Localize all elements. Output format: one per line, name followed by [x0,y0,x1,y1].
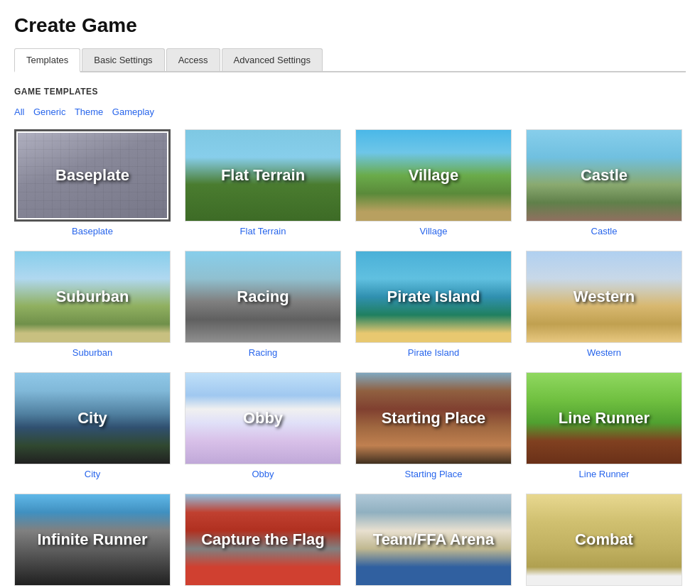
template-label-flat-terrain: Flat Terrain [221,166,305,185]
section-title: GAME TEMPLATES [14,87,686,97]
template-label-combat: Combat [575,530,633,549]
template-name-village: Village [420,226,448,236]
template-name-castle: Castle [591,226,618,236]
tabs-container: Templates Basic Settings Access Advanced… [14,48,686,72]
template-item-suburban[interactable]: SuburbanSuburban [14,251,171,358]
template-name-obby: Obby [252,469,274,479]
template-item-baseplate[interactable]: BaseplateBaseplate [14,129,171,236]
template-item-village[interactable]: VillageVillage [355,129,512,236]
template-item-infinite-runner[interactable]: Infinite RunnerInfinite Runner [14,494,171,588]
template-label-capture-flag: Capture the Flag [201,530,325,549]
template-item-castle[interactable]: CastleCastle [526,129,682,236]
template-label-pirate-island: Pirate Island [387,288,480,306]
template-item-western[interactable]: WesternWestern [526,251,682,358]
template-label-city: City [77,409,107,428]
template-label-baseplate: Baseplate [55,166,129,185]
template-label-western: Western [574,288,635,306]
template-item-line-runner[interactable]: Line RunnerLine Runner [526,372,682,479]
template-label-team-arena: Team/FFA Arena [373,530,494,549]
filter-all[interactable]: All [14,107,24,117]
template-name-flat-terrain: Flat Terrain [240,226,286,236]
template-item-capture-flag[interactable]: Capture the FlagCapture The Flag [185,494,341,588]
filter-links: All Generic Theme Gameplay [14,105,686,118]
template-name-suburban: Suburban [72,347,112,358]
tab-basic-settings[interactable]: Basic Settings [82,48,164,71]
template-label-line-runner: Line Runner [559,409,650,428]
template-label-starting-place: Starting Place [382,409,486,428]
template-name-pirate-island: Pirate Island [408,347,459,358]
template-label-castle: Castle [581,166,628,185]
template-name-western: Western [587,347,621,358]
page-title: Create Game [14,14,686,37]
template-label-racing: Racing [237,288,289,306]
tab-advanced-settings[interactable]: Advanced Settings [222,48,323,71]
templates-grid: BaseplateBaseplateFlat TerrainFlat Terra… [14,129,686,588]
template-item-team-arena[interactable]: Team/FFA ArenaTeam/FFA Arena [355,494,512,588]
template-item-racing[interactable]: RacingRacing [185,251,341,358]
template-label-infinite-runner: Infinite Runner [37,530,147,549]
template-label-obby: Obby [243,409,283,428]
filter-gameplay[interactable]: Gameplay [112,107,154,117]
template-item-combat[interactable]: CombatCombat [526,494,682,588]
template-name-line-runner: Line Runner [579,469,630,479]
template-item-obby[interactable]: ObbyObby [185,372,341,479]
template-item-starting-place[interactable]: Starting PlaceStarting Place [355,372,512,479]
template-name-starting-place: Starting Place [405,469,463,479]
template-item-city[interactable]: CityCity [14,372,171,479]
tab-access[interactable]: Access [166,48,220,71]
template-item-pirate-island[interactable]: Pirate IslandPirate Island [355,251,512,358]
template-label-village: Village [409,166,459,185]
template-name-city: City [85,469,100,479]
filter-generic[interactable]: Generic [33,107,66,117]
template-label-suburban: Suburban [56,288,129,306]
tab-templates[interactable]: Templates [14,48,80,72]
template-item-flat-terrain[interactable]: Flat TerrainFlat Terrain [185,129,341,236]
template-name-racing: Racing [249,347,277,358]
filter-theme[interactable]: Theme [75,107,103,117]
template-name-baseplate: Baseplate [72,226,113,236]
